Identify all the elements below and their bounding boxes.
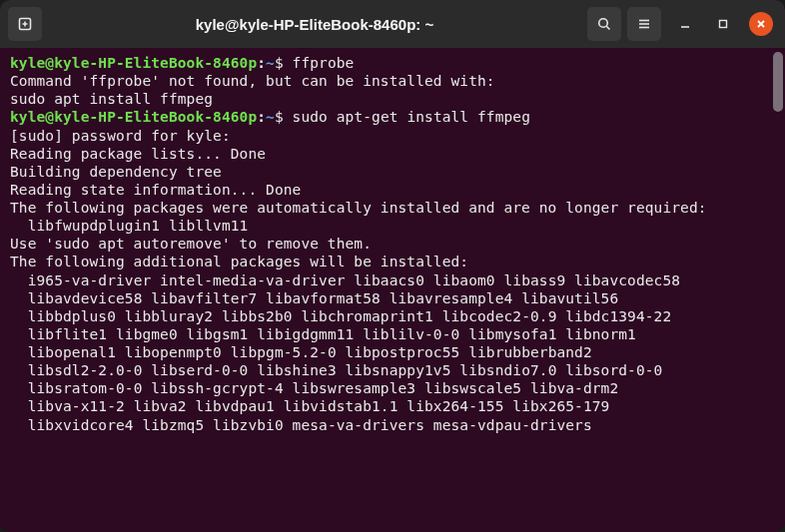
output-line: libfwupdplugin1 libllvm11 xyxy=(10,217,775,235)
prompt-colon: : xyxy=(257,55,266,71)
command-1: ffprobe xyxy=(293,55,355,71)
prompt-line-1: kyle@kyle-HP-EliteBook-8460p:~$ ffprobe xyxy=(10,54,775,72)
menu-button[interactable] xyxy=(627,7,661,41)
search-icon xyxy=(596,16,612,32)
maximize-button[interactable] xyxy=(711,12,735,36)
prompt-userhost: kyle@kyle-HP-EliteBook-8460p xyxy=(10,55,257,71)
svg-point-3 xyxy=(599,19,608,28)
search-button[interactable] xyxy=(587,7,621,41)
titlebar: kyle@kyle-HP-EliteBook-8460p: ~ xyxy=(0,0,785,48)
prompt-colon: : xyxy=(257,109,266,125)
prompt-cwd: ~ xyxy=(266,109,275,125)
svg-line-4 xyxy=(606,26,609,29)
new-tab-icon xyxy=(17,16,33,32)
new-tab-button[interactable] xyxy=(8,7,42,41)
output-line: sudo apt install ffmpeg xyxy=(10,90,775,108)
command-2: sudo apt-get install ffmpeg xyxy=(293,109,530,125)
prompt-symbol: $ xyxy=(275,55,284,71)
output-line: libavdevice58 libavfilter7 libavformat58… xyxy=(10,289,775,307)
output-line: [sudo] password for kyle: xyxy=(10,127,775,145)
output-line: The following additional packages will b… xyxy=(10,253,775,270)
output-line: Building dependency tree xyxy=(10,163,775,181)
output-line: Use 'sudo apt autoremove' to remove them… xyxy=(10,235,775,253)
close-icon xyxy=(755,18,767,30)
output-line: Reading state information... Done xyxy=(10,181,775,199)
window-title: kyle@kyle-HP-EliteBook-8460p: ~ xyxy=(48,16,581,33)
output-line: libbdplus0 libbluray2 libbs2b0 libchroma… xyxy=(10,307,775,325)
output-line: Command 'ffprobe' not found, but can be … xyxy=(10,72,775,90)
prompt-userhost: kyle@kyle-HP-EliteBook-8460p xyxy=(10,109,257,125)
output-line: libxvidcore4 libzmq5 libzvbi0 mesa-va-dr… xyxy=(10,416,775,434)
output-line: i965-va-driver intel-media-va-driver lib… xyxy=(10,271,775,289)
output-line: The following packages were automaticall… xyxy=(10,199,775,217)
output-line: libflite1 libgme0 libgsm1 libigdgmm11 li… xyxy=(10,325,775,343)
minimize-icon xyxy=(679,18,691,30)
scrollbar[interactable] xyxy=(773,52,783,528)
output-line: libsdl2-2.0-0 libserd-0-0 libshine3 libs… xyxy=(10,361,775,379)
terminal-body[interactable]: kyle@kyle-HP-EliteBook-8460p:~$ ffprobe … xyxy=(0,48,785,532)
prompt-line-2: kyle@kyle-HP-EliteBook-8460p:~$ sudo apt… xyxy=(10,108,775,126)
output-line: libsratom-0-0 libssh-gcrypt-4 libswresam… xyxy=(10,379,775,397)
prompt-cwd: ~ xyxy=(266,55,275,71)
minimize-button[interactable] xyxy=(673,12,697,36)
output-line: libva-x11-2 libva2 libvdpau1 libvidstab1… xyxy=(10,397,775,415)
prompt-symbol: $ xyxy=(275,109,284,125)
svg-rect-9 xyxy=(720,21,727,28)
close-button[interactable] xyxy=(749,12,773,36)
output-line: libopenal1 libopenmpt0 libpgm-5.2-0 libp… xyxy=(10,343,775,361)
maximize-icon xyxy=(717,18,729,30)
window-controls xyxy=(673,12,773,36)
output-line: Reading package lists... Done xyxy=(10,145,775,163)
hamburger-icon xyxy=(636,16,652,32)
scrollbar-thumb[interactable] xyxy=(773,52,783,112)
